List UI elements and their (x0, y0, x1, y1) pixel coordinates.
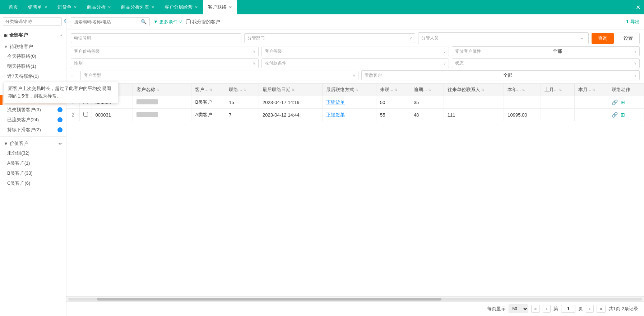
nav-item-analysis-list[interactable]: 商品分析列表 ✕ (116, 0, 159, 14)
sort-date-icon[interactable]: ⇅ (292, 88, 295, 92)
nav-close-all-btn[interactable]: ✕ (636, 4, 640, 11)
sort-company-contact-icon[interactable]: ⇅ (481, 88, 484, 92)
dept-field[interactable]: 分管部门 ∨ (244, 33, 415, 43)
filter-search-icon[interactable]: 🔍 (141, 19, 147, 24)
retail-customer-field[interactable]: 零散客户 全部 ∨ (361, 70, 640, 80)
sort-last-month-icon[interactable]: ⇅ (559, 88, 562, 92)
th-overdue[interactable]: 逾期...⇅ (410, 84, 444, 96)
collapse-icon[interactable]: « (60, 33, 62, 37)
tooltip-box: 距客户上次交易时长，超过了此客户的平均交易周期的1.5倍，则视为异常。 (66, 82, 119, 103)
nav-item-analysis[interactable]: 商品分析 ✕ (82, 0, 116, 14)
th-last-contact-method[interactable]: 最后联络方式⇅ (323, 84, 376, 96)
sidebar-item-lost[interactable]: 已流失客户(24) i (0, 115, 66, 125)
nav-close-purchase[interactable]: ✕ (74, 5, 77, 10)
sidebar-item-b-class[interactable]: B类客户(33) (0, 168, 66, 178)
th-last-contact-date[interactable]: 最后联络日期⇅ (259, 84, 323, 96)
row-checkbox-2[interactable] (79, 109, 92, 121)
manager-field[interactable]: 分管人员 ··· (418, 32, 589, 44)
last-page-btn[interactable]: » (597, 305, 606, 313)
filter-search-input[interactable] (74, 19, 141, 24)
sidebar-item-today[interactable]: 今天待联络(0) (0, 51, 66, 61)
nav-label-customer-contact: 客户联络 (208, 4, 227, 10)
sort-this-month-icon[interactable]: ⇅ (592, 88, 595, 92)
sort-contact-icon[interactable]: ⇅ (243, 88, 246, 92)
prev-page-btn[interactable]: ‹ (543, 305, 551, 313)
sidebar-search-icon[interactable]: 🔍 (64, 19, 66, 24)
row-last-method-1[interactable]: 下销货单 (323, 96, 376, 109)
sidebar-all-customers[interactable]: ⊞ 全部客户 « (0, 29, 66, 41)
table-area[interactable]: ⚙ 客户编码⇅ 客户名称⇅ 客户...⇅ (66, 84, 644, 296)
th-level[interactable]: 客户...⇅ (191, 84, 225, 96)
th-no-contact[interactable]: 未联...⇅ (376, 84, 410, 96)
value-edit-icon[interactable]: ✏ (59, 141, 62, 146)
row-last-method-2[interactable]: 下销货单 (323, 109, 376, 121)
sidebar-item-declining[interactable]: 持续下滑客户(2) i (0, 125, 66, 135)
value-group[interactable]: ▼ 价值客户 ✏ (0, 138, 66, 148)
sort-this-year-icon[interactable]: ⇅ (522, 88, 525, 92)
nav-item-customer-tier[interactable]: 客户分层经营 ✕ (159, 0, 203, 14)
row-2-checkbox[interactable] (83, 112, 88, 117)
th-this-month[interactable]: 本月...⇅ (574, 84, 608, 96)
sidebar-item-a-class[interactable]: A类客户(1) (0, 158, 66, 168)
payment-field[interactable]: 收付款条件 ∨ (261, 58, 449, 68)
first-page-btn[interactable]: « (531, 305, 540, 313)
customer-type-field[interactable]: 客户类型 ∨ (80, 71, 359, 80)
info-icon-lost[interactable]: i (57, 107, 62, 112)
nav-item-customer-contact[interactable]: 客户联络 ✕ (203, 0, 237, 14)
info-icon-declining[interactable]: i (57, 127, 62, 132)
sidebar: 🔍 ⊞ 全部客户 « ▼ 待联络客户 今天待联络(0) 明天待联络(1) 近7天 (0, 14, 66, 316)
status-field[interactable]: 状态 ∨ (452, 58, 640, 68)
action-link-icon-2[interactable]: 🔗 (612, 112, 618, 118)
sidebar-item-7days[interactable]: 近7天待联络(0) (0, 71, 66, 81)
nav-close-customer-tier[interactable]: ✕ (195, 5, 198, 10)
nav-close-analysis[interactable]: ✕ (108, 5, 111, 10)
nav-close-sales[interactable]: ✕ (44, 5, 47, 10)
pending-group[interactable]: ▼ 待联络客户 (0, 41, 66, 51)
sort-overdue-icon[interactable]: ⇅ (428, 88, 431, 92)
nav-close-customer-contact[interactable]: ✕ (229, 5, 232, 10)
per-page-select[interactable]: 50 10 20 100 (509, 305, 528, 313)
action-link-icon-1[interactable]: 🔗 (612, 99, 618, 105)
next-page-btn[interactable]: › (586, 305, 594, 313)
sidebar-search-input[interactable] (3, 17, 62, 26)
sidebar-item-tomorrow[interactable]: 明天待联络(1) (0, 61, 66, 71)
nav-item-sales[interactable]: 销售单 ✕ (23, 0, 52, 14)
scroll-track[interactable] (68, 298, 642, 301)
th-this-year[interactable]: 本年...⇅ (504, 84, 541, 96)
action-menu-icon-1[interactable]: ⊞ (621, 99, 625, 105)
sort-method-icon[interactable]: ⇅ (355, 88, 358, 92)
sidebar-item-ungroup[interactable]: 未分组(32) (0, 148, 66, 158)
nav-label-sales: 销售单 (28, 4, 42, 10)
sort-name-icon[interactable]: ⇅ (156, 88, 159, 92)
nav-close-analysis-list[interactable]: ✕ (151, 5, 154, 10)
th-name[interactable]: 客户名称⇅ (133, 84, 191, 96)
gender-field[interactable]: 性别 ∨ (71, 58, 259, 68)
manager-dots[interactable]: ··· (577, 34, 585, 42)
my-customers-filter[interactable]: 我分管的客户 (186, 19, 220, 25)
my-customers-checkbox[interactable] (186, 19, 191, 24)
page-input[interactable] (561, 305, 575, 313)
export-btn[interactable]: ⬆ 导出 (625, 19, 640, 25)
query-btn[interactable]: 查询 (592, 33, 614, 44)
sort-level-icon[interactable]: ⇅ (209, 88, 212, 92)
scroll-thumb[interactable] (97, 298, 441, 301)
price-level-field[interactable]: 客户价格等级 ∨ (71, 47, 259, 56)
info-icon-lost2[interactable]: i (57, 117, 62, 122)
th-company-contact[interactable]: 往来单位联系人⇅ (444, 84, 504, 96)
sidebar-item-c-class[interactable]: C类客户(6) (0, 178, 66, 188)
action-menu-icon-2[interactable]: ⊞ (621, 112, 625, 118)
more-conditions-btn[interactable]: ▼ 更多条件 ∨ (153, 19, 182, 25)
nav-item-purchase[interactable]: 进货单 ✕ (52, 0, 82, 14)
row4-dots[interactable]: ··· (71, 73, 75, 78)
retail-attr-field[interactable]: 零散客户属性 全部 ∨ (452, 46, 640, 56)
row-this-month-1 (574, 96, 608, 109)
set-btn[interactable]: 设置 (617, 33, 640, 44)
th-contact-count[interactable]: 联络...⇅ (225, 84, 259, 96)
nav-item-home[interactable]: 首页 (4, 0, 23, 14)
phone-field[interactable]: 电话号码 (71, 33, 241, 43)
sort-no-contact-icon[interactable]: ⇅ (394, 88, 397, 92)
horizontal-scrollbar[interactable] (66, 296, 644, 301)
customer-level-field[interactable]: 客户等级 ∨ (261, 47, 449, 56)
sidebar-item-lost-warning[interactable]: 流失预警客户(3) i (0, 105, 66, 115)
th-last-month[interactable]: 上月...⇅ (541, 84, 574, 96)
